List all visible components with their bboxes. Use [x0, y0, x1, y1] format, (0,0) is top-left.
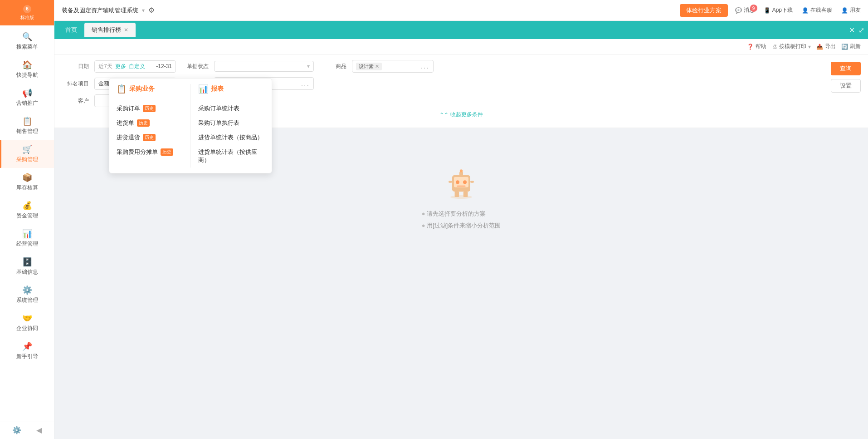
svg-point-9 — [460, 169, 463, 172]
dropdown-goods-receipt[interactable]: 进货单 历史 — [117, 116, 183, 130]
svg-rect-7 — [457, 185, 465, 187]
purchase-order-history-badge[interactable]: 历史 — [143, 105, 156, 112]
print-icon: 🖨 — [772, 44, 777, 50]
tab-home[interactable]: 首页 — [58, 23, 84, 37]
svg-text:6: 6 — [26, 6, 29, 11]
goods-stats-by-supplier-label: 进货单统计表（按供应商） — [198, 148, 265, 164]
refresh-button[interactable]: 🔄 刷新 — [841, 43, 861, 50]
messages-button[interactable]: 💬 消息 9 — [735, 6, 755, 14]
goods-tag-close[interactable]: ✕ — [375, 64, 379, 69]
goods-dots[interactable]: ... — [421, 62, 429, 70]
content-area: ❓ 帮助 🖨 按模板打印 ▾ 📤 导出 🔄 刷新 — [54, 39, 868, 439]
sidebar-item-system[interactable]: ⚙️ 系统管理 — [0, 281, 54, 309]
purchase-expense-history-badge[interactable]: 历史 — [161, 148, 173, 156]
dropdown-purchase-order[interactable]: 采购订单 历史 — [117, 101, 183, 116]
tab-fullscreen-icon[interactable]: ⤢ — [858, 26, 864, 35]
header-settings-icon[interactable]: ⚙ — [148, 6, 155, 15]
help-button[interactable]: ❓ 帮助 — [747, 43, 766, 50]
tab-sales-rank-close[interactable]: ✕ — [124, 27, 128, 33]
sidebar-collapse-button[interactable]: ◀ — [36, 426, 42, 434]
cooperation-icon: 🤝 — [22, 313, 32, 323]
sidebar-item-newbie[interactable]: 📌 新手引导 — [0, 337, 54, 365]
print-button[interactable]: 🖨 按模板打印 ▾ — [772, 43, 811, 50]
dropdown-purchase-order-exec[interactable]: 采购订单执行表 — [198, 116, 265, 130]
dropdown-purchase-order-stats[interactable]: 采购订单统计表 — [198, 101, 265, 116]
sidebar-bottom: ⚙️ ◀ — [0, 421, 54, 439]
purchase-business-col: 📋 采购业务 采购订单 历史 进货单 历史 进货退货 历史 采购费用分摊单 — [109, 84, 190, 168]
sidebar-item-search[interactable]: 🔍 搜索菜单 — [0, 27, 54, 55]
sidebar-item-label: 企业协同 — [16, 325, 38, 332]
user-button[interactable]: 👤 用友 — [841, 6, 861, 14]
sidebar-item-operations[interactable]: 📊 经营管理 — [0, 224, 54, 252]
goods-receipt-history-badge[interactable]: 历史 — [137, 119, 150, 127]
status-filter-select[interactable]: ▾ — [214, 61, 314, 72]
sidebar-item-quick-nav[interactable]: 🏠 快捷导航 — [0, 55, 54, 84]
avatar-icon: 👤 — [841, 7, 848, 14]
date-more[interactable]: 更多 — [115, 63, 126, 70]
goods-receipt-label: 进货单 — [117, 119, 134, 127]
app-download-label: App下载 — [772, 6, 793, 14]
sidebar-menu: 🔍 搜索菜单 🏠 快捷导航 📢 营销推广 📋 销售管理 🛒 采购管理 📦 库存核… — [0, 25, 54, 421]
date-custom[interactable]: 自定义 — [129, 63, 145, 70]
purchase-col-title: 📋 采购业务 — [117, 84, 183, 97]
empty-hints: 请先选择要分析的方案 用[过滤]条件来缩小分析范围 — [422, 208, 501, 232]
goods-tag[interactable]: 设计素 ✕ — [356, 63, 382, 70]
goods-stats-by-goods-label: 进货单统计表（按商品） — [198, 133, 263, 142]
purchase-icon: 🛒 — [22, 144, 32, 154]
sidebar-item-cooperation[interactable]: 🤝 企业协同 — [0, 309, 54, 337]
refresh-label: 刷新 — [850, 43, 861, 50]
basic-info-icon: 🗄️ — [22, 257, 32, 267]
tab-sales-rank[interactable]: 销售排行榜 ✕ — [84, 23, 136, 37]
dropdown-goods-return[interactable]: 进货退货 历史 — [117, 130, 183, 145]
user-label: 用友 — [850, 6, 861, 14]
sidebar-item-finance[interactable]: 💰 资金管理 — [0, 196, 54, 224]
sidebar-item-purchase[interactable]: 🛒 采购管理 — [0, 140, 54, 168]
rank-value: 金额 — [98, 80, 109, 88]
sidebar-settings-button[interactable]: ⚙️ — [12, 426, 21, 434]
dropdown-purchase-expense[interactable]: 采购费用分摊单 历史 — [117, 145, 183, 159]
goods-return-history-badge[interactable]: 历史 — [143, 134, 156, 141]
purchase-expense-label: 采购费用分摊单 — [117, 148, 158, 156]
inventory-icon: 📦 — [22, 173, 32, 183]
online-service-button[interactable]: 👤 在线客服 — [802, 6, 832, 14]
logo-icon: 6 — [20, 5, 34, 14]
settings-button[interactable]: 设置 — [831, 79, 861, 93]
system-title-chevron[interactable]: ▾ — [142, 7, 145, 14]
empty-illustration — [439, 164, 484, 201]
export-button[interactable]: 📤 导出 — [816, 43, 836, 50]
sidebar-item-label: 营销推广 — [16, 99, 38, 107]
sidebar-item-label: 销售管理 — [16, 128, 38, 135]
header-actions: 体验行业方案 💬 消息 9 📱 App下载 👤 在线客服 👤 用友 — [680, 4, 861, 17]
sidebar-item-basic-info[interactable]: 🗄️ 基础信息 — [0, 252, 54, 281]
search-icon: 🔍 — [22, 32, 32, 42]
tab-close-all-icon[interactable]: ✕ — [849, 26, 855, 35]
query-button[interactable]: 查询 — [831, 62, 861, 75]
home-icon: 🏠 — [22, 60, 32, 70]
sidebar-item-label: 系统管理 — [16, 296, 38, 304]
sidebar-item-label: 资金管理 — [16, 212, 38, 220]
svg-rect-13 — [463, 192, 468, 197]
collapse-text: 收起更多条件 — [450, 111, 483, 118]
app-download-button[interactable]: 📱 App下载 — [764, 6, 793, 14]
newbie-icon: 📌 — [22, 341, 32, 351]
print-chevron-icon[interactable]: ▾ — [808, 44, 811, 50]
date-filter-input[interactable]: 近7天 更多 自定义 -12-31 — [94, 60, 176, 73]
date-value: 近7天 — [98, 63, 112, 70]
staff-dots[interactable]: ... — [301, 79, 310, 88]
phone-icon: 📱 — [764, 7, 770, 14]
online-service-label: 在线客服 — [810, 6, 832, 14]
sidebar-item-sales[interactable]: 📋 销售管理 — [0, 112, 54, 140]
sidebar-item-label: 库存核算 — [16, 184, 38, 192]
sidebar-item-marketing[interactable]: 📢 营销推广 — [0, 84, 54, 112]
action-bar: ❓ 帮助 🖨 按模板打印 ▾ 📤 导出 🔄 刷新 — [54, 39, 868, 54]
purchase-col-icon: 📋 — [117, 84, 127, 94]
goods-filter-input[interactable]: 设计素 ✕ ... — [352, 60, 434, 73]
export-icon: 📤 — [816, 44, 823, 50]
sidebar-item-inventory[interactable]: 📦 库存核算 — [0, 168, 54, 196]
export-label: 导出 — [825, 43, 836, 50]
industry-button[interactable]: 体验行业方案 — [680, 4, 728, 17]
dropdown-goods-stats-by-supplier[interactable]: 进货单统计表（按供应商） — [198, 145, 265, 168]
svg-point-5 — [456, 180, 459, 184]
dropdown-goods-stats-by-goods[interactable]: 进货单统计表（按商品） — [198, 130, 265, 145]
sidebar-item-label: 基础信息 — [16, 268, 38, 276]
